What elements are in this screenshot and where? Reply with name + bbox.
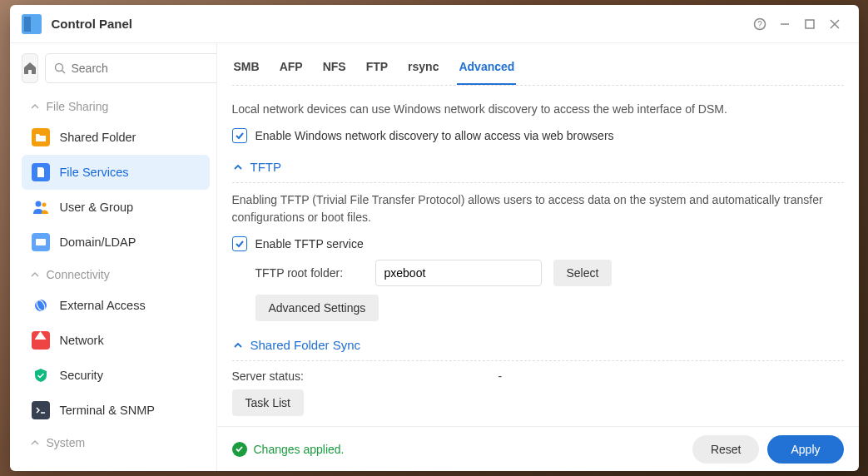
svg-rect-3 bbox=[806, 20, 814, 28]
help-icon: ? bbox=[753, 17, 766, 31]
network-icon bbox=[32, 331, 50, 350]
enable-tftp-row: Enable TFTP service bbox=[232, 236, 844, 251]
advanced-settings-button[interactable]: Advanced Settings bbox=[255, 295, 379, 321]
tftp-root-row: TFTP root folder: Select bbox=[255, 260, 844, 286]
svg-rect-10 bbox=[36, 239, 46, 245]
group-file-sharing[interactable]: File Sharing bbox=[22, 92, 210, 120]
tab-ftp[interactable]: FTP bbox=[365, 55, 389, 85]
discovery-description: Local network devices can use Windows ne… bbox=[232, 101, 844, 118]
reset-button[interactable]: Reset bbox=[692, 435, 760, 464]
users-icon bbox=[32, 198, 50, 216]
advanced-panel: Local network devices can use Windows ne… bbox=[217, 86, 859, 426]
apply-button[interactable]: Apply bbox=[767, 435, 843, 464]
terminal-icon bbox=[32, 401, 50, 419]
help-button[interactable]: ? bbox=[747, 12, 772, 37]
group-label: File Sharing bbox=[47, 100, 109, 113]
enable-discovery-row: Enable Windows network discovery to allo… bbox=[232, 128, 844, 143]
tftp-section-header[interactable]: TFTP bbox=[232, 160, 844, 183]
check-icon bbox=[235, 131, 245, 141]
content-area: SMB AFP NFS FTP rsync Advanced Local net… bbox=[216, 43, 859, 471]
app-icon bbox=[22, 14, 42, 34]
enable-discovery-label: Enable Windows network discovery to allo… bbox=[255, 129, 614, 142]
status-message: Changes applied. bbox=[232, 442, 345, 457]
sfs-title: Shared Folder Sync bbox=[250, 338, 361, 352]
success-icon bbox=[232, 442, 247, 457]
adv-settings-row: Advanced Settings bbox=[255, 295, 844, 321]
sidebar-item-label: User & Group bbox=[60, 201, 134, 214]
sidebar-item-label: Shared Folder bbox=[60, 131, 136, 144]
tab-smb[interactable]: SMB bbox=[232, 55, 261, 85]
close-icon bbox=[829, 18, 841, 30]
chevron-up-icon bbox=[232, 161, 244, 173]
chevron-up-icon bbox=[30, 438, 40, 448]
server-status-row: Server status: - bbox=[232, 369, 844, 383]
tftp-root-label: TFTP root folder: bbox=[255, 266, 364, 280]
group-system[interactable]: System bbox=[22, 428, 210, 456]
tftp-root-input[interactable] bbox=[375, 260, 542, 286]
window-title: Control Panel bbox=[52, 17, 133, 31]
chevron-up-icon bbox=[232, 340, 244, 351]
svg-text:?: ? bbox=[757, 19, 762, 28]
search-field[interactable] bbox=[45, 53, 216, 83]
shield-icon bbox=[32, 366, 50, 384]
close-button[interactable] bbox=[822, 12, 847, 37]
sidebar-item-terminal-snmp[interactable]: Terminal & SNMP bbox=[22, 393, 210, 428]
maximize-button[interactable] bbox=[797, 12, 822, 37]
control-panel-window: Control Panel ? bbox=[10, 5, 859, 471]
enable-tftp-checkbox[interactable] bbox=[232, 236, 247, 251]
check-icon bbox=[235, 239, 245, 249]
sidebar-item-label: File Services bbox=[60, 166, 129, 179]
chevron-up-icon bbox=[30, 102, 40, 112]
sidebar-item-security[interactable]: Security bbox=[22, 358, 210, 393]
tftp-description: Enabling TFTP (Trivial File Transfer Pro… bbox=[232, 191, 844, 226]
sidebar-item-file-services[interactable]: File Services bbox=[22, 155, 210, 190]
sidebar-item-network[interactable]: Network bbox=[22, 323, 210, 358]
sidebar-item-shared-folder[interactable]: Shared Folder bbox=[22, 120, 210, 155]
enable-tftp-label: Enable TFTP service bbox=[255, 237, 364, 250]
sidebar-item-label: Security bbox=[60, 369, 103, 382]
tab-rsync[interactable]: rsync bbox=[406, 55, 440, 85]
home-button[interactable] bbox=[22, 53, 38, 83]
svg-line-7 bbox=[62, 70, 65, 73]
svg-point-11 bbox=[32, 297, 48, 313]
footer: Changes applied. Reset Apply bbox=[217, 426, 859, 471]
titlebar: Control Panel ? bbox=[10, 5, 859, 43]
sidebar-item-label: External Access bbox=[60, 299, 146, 312]
svg-point-8 bbox=[35, 201, 41, 207]
sidebar-item-label: Network bbox=[60, 334, 104, 347]
sidebar-item-user-group[interactable]: User & Group bbox=[22, 190, 210, 225]
tab-advanced[interactable]: Advanced bbox=[457, 55, 516, 85]
tab-nfs[interactable]: NFS bbox=[321, 55, 348, 85]
minimize-button[interactable] bbox=[772, 12, 797, 37]
group-label: Connectivity bbox=[47, 268, 110, 281]
chevron-up-icon bbox=[30, 270, 40, 280]
select-button[interactable]: Select bbox=[553, 260, 613, 286]
task-list-button[interactable]: Task List bbox=[232, 389, 304, 416]
server-status-label: Server status: bbox=[232, 369, 482, 383]
svg-point-9 bbox=[42, 203, 46, 207]
sidebar-item-domain-ldap[interactable]: Domain/LDAP bbox=[22, 225, 210, 260]
tftp-title: TFTP bbox=[250, 160, 282, 174]
search-icon bbox=[54, 62, 67, 75]
link-icon bbox=[32, 296, 50, 315]
sidebar-item-external-access[interactable]: External Access bbox=[22, 288, 210, 323]
maximize-icon bbox=[804, 18, 816, 30]
svg-point-6 bbox=[55, 63, 62, 71]
sidebar-item-label: Domain/LDAP bbox=[60, 236, 136, 249]
group-label: System bbox=[47, 436, 86, 449]
minimize-icon bbox=[779, 18, 791, 30]
id-icon bbox=[32, 233, 50, 251]
folder-icon bbox=[32, 128, 50, 146]
sidebar-item-label: Terminal & SNMP bbox=[60, 404, 155, 417]
enable-discovery-checkbox[interactable] bbox=[232, 128, 247, 143]
status-text: Changes applied. bbox=[254, 443, 345, 456]
home-icon bbox=[22, 61, 37, 76]
server-status-value: - bbox=[498, 369, 503, 383]
sidebar: File Sharing Shared Folder File Services… bbox=[10, 43, 216, 471]
tab-bar: SMB AFP NFS FTP rsync Advanced bbox=[217, 43, 859, 85]
sfs-section-header[interactable]: Shared Folder Sync bbox=[232, 338, 844, 361]
group-connectivity[interactable]: Connectivity bbox=[22, 260, 210, 288]
tab-afp[interactable]: AFP bbox=[278, 55, 305, 85]
file-icon bbox=[32, 163, 50, 181]
search-input[interactable] bbox=[72, 62, 216, 75]
